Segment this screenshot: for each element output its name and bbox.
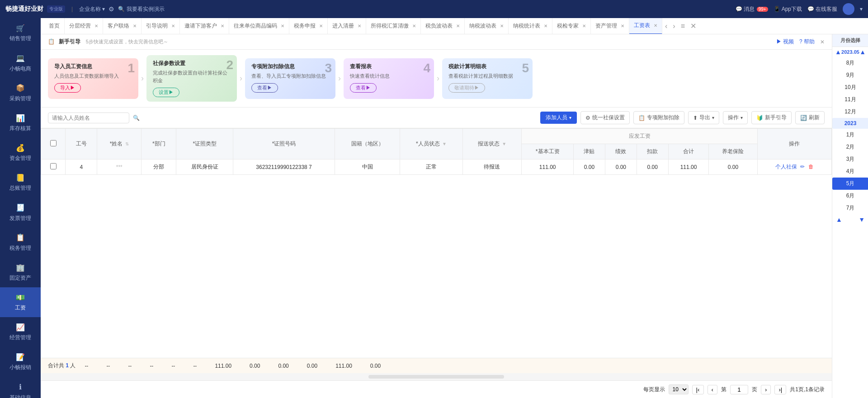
sidebar-item-invoice[interactable]: 🧾 发票管理 [0, 197, 41, 227]
month-item-7[interactable]: 7月 [832, 202, 868, 214]
tab-salary[interactable]: 工资表 ✕ [629, 18, 662, 34]
tab-product-code[interactable]: 往来单位商品编码 ✕ [229, 18, 289, 34]
month-item-10[interactable]: 10月 [832, 81, 868, 94]
sidebar-item-ledger[interactable]: 📒 总账管理 [0, 168, 41, 197]
sidebar-item-finance[interactable]: 💰 资金管理 [0, 138, 41, 168]
sidebar-item-operation[interactable]: 📈 经营管理 [0, 317, 41, 347]
tab-tax-expert[interactable]: 税检专家 ✕ [552, 18, 591, 34]
demo-text[interactable]: 🔍我要看实例演示 [118, 5, 165, 13]
step4-btn[interactable]: 查看▶ [350, 83, 377, 93]
tab-asset[interactable]: 资产管理 ✕ [591, 18, 629, 34]
step3-btn[interactable]: 查看▶ [251, 83, 278, 93]
month-panel-scroll-down[interactable]: ▼ [859, 216, 865, 223]
operations-btn[interactable]: 操作 ▾ [723, 111, 748, 124]
month-item-9[interactable]: 9月 [832, 69, 868, 81]
refresh-btn[interactable]: 🔄 刷新 [795, 111, 825, 124]
page-next-btn[interactable]: › [761, 385, 771, 394]
month-item-1[interactable]: 1月 [832, 129, 868, 141]
name-sort-icon[interactable]: ⇅ [125, 141, 129, 146]
send-sort-icon[interactable]: ▼ [502, 141, 506, 146]
tab-salary-close[interactable]: ✕ [654, 23, 657, 28]
month-item-3[interactable]: 3月 [832, 153, 868, 165]
tab-tax-report[interactable]: 税务申报 ✕ [289, 18, 328, 34]
step1-btn[interactable]: 导入▶ [54, 83, 81, 93]
tab-customer-close[interactable]: ✕ [133, 23, 137, 28]
tab-invite-close[interactable]: ✕ [221, 23, 224, 28]
page-first-btn[interactable]: |‹ [692, 385, 704, 394]
step2-btn[interactable]: 设置▶ [153, 88, 179, 97]
tab-tax-burden[interactable]: 税负波动表 ✕ [421, 18, 465, 34]
per-page-select[interactable]: 10 20 50 [669, 384, 689, 394]
tab-tax-report-close[interactable]: ✕ [319, 23, 323, 28]
sidebar-item-inventory[interactable]: 📊 库存核算 [0, 108, 41, 138]
tab-invite[interactable]: 邀请下游客户 ✕ [180, 18, 229, 34]
tab-accounting-close[interactable]: ✕ [94, 23, 98, 28]
search-button[interactable]: 🔍 [133, 115, 140, 121]
tab-tax-burden-close[interactable]: ✕ [456, 23, 460, 28]
special-deduction-btn[interactable]: 📋 专项附加扣除 [633, 111, 684, 124]
message-btn[interactable]: 💬 消息 99+ [736, 5, 768, 13]
tab-tax-fluctuation-close[interactable]: ✕ [500, 23, 504, 28]
sidebar-item-purchase[interactable]: 📦 采购管理 [0, 78, 41, 108]
row-checkbox[interactable] [50, 163, 57, 169]
tab-product-code-close[interactable]: ✕ [281, 23, 284, 28]
month-nav-down[interactable]: ▲ [859, 48, 866, 56]
search-input[interactable] [48, 112, 129, 123]
guide-close-btn[interactable]: ✕ [820, 39, 825, 45]
sidebar-item-fixed[interactable]: 🏢 固定资产 [0, 258, 41, 287]
tab-accounting[interactable]: 分层经营 ✕ [65, 18, 103, 34]
tab-tax-expert-close[interactable]: ✕ [582, 23, 586, 28]
page-prev-btn[interactable]: ‹ [708, 385, 717, 394]
page-number-input[interactable] [730, 385, 748, 394]
tab-asset-close[interactable]: ✕ [621, 23, 624, 28]
settings-icon[interactable]: ⚙ [108, 5, 114, 13]
tab-close-all[interactable]: ✕ [688, 22, 699, 30]
status-sort-icon[interactable]: ▼ [442, 141, 447, 146]
sidebar-item-sales[interactable]: 🛒 销售管理 [0, 18, 41, 48]
guide-video-btn[interactable]: ▶ 视频 [776, 38, 794, 46]
user-menu-btn[interactable]: ▾ [860, 6, 863, 12]
company-selector[interactable]: 企业名称 ▾ [79, 5, 105, 13]
page-last-btn[interactable]: ›| [774, 385, 786, 394]
tab-guide-close[interactable]: ✕ [171, 23, 175, 28]
horizontal-scrollbar[interactable] [368, 375, 504, 379]
month-item-12[interactable]: 12月 [832, 106, 868, 118]
personal-social-btn[interactable]: 个人社保 [775, 164, 797, 170]
sidebar-item-salary[interactable]: 💵 工资 [0, 287, 41, 317]
month-panel-scroll-up[interactable]: ▲ [836, 216, 842, 223]
tab-guide[interactable]: 引导说明 ✕ [142, 18, 180, 34]
tab-tax-stat[interactable]: 纳税统计表 ✕ [509, 18, 552, 34]
guide-help-btn[interactable]: ? 帮助 [799, 38, 815, 46]
add-person-button[interactable]: 添加人员 ▾ [540, 112, 577, 124]
tab-income-tax[interactable]: 所得税汇算清缴 ✕ [366, 18, 421, 34]
tab-tax-fluctuation[interactable]: 纳税波动表 ✕ [465, 18, 509, 34]
app-download-btn[interactable]: 📱 App下载 [774, 5, 802, 13]
tab-ledger-close[interactable]: ✕ [358, 23, 361, 28]
month-item-6[interactable]: 6月 [832, 190, 868, 202]
month-year-2023[interactable]: 2023 [832, 118, 868, 129]
tab-nav-more[interactable]: ≡ [678, 22, 688, 30]
tab-ledger[interactable]: 进入清册 ✕ [328, 18, 366, 34]
user-avatar[interactable] [843, 3, 854, 15]
tab-home[interactable]: 首页 [44, 18, 65, 34]
sidebar-item-ecommerce[interactable]: 💻 小畅电商 [0, 48, 41, 78]
sidebar-item-tax[interactable]: 📋 税务管理 [0, 227, 41, 257]
sidebar-item-basic[interactable]: ℹ 基础信息 [0, 377, 41, 398]
row-delete-btn[interactable]: 🗑 [808, 164, 814, 170]
month-nav-up[interactable]: ▲ [835, 48, 841, 56]
new-guide-btn[interactable]: 🔰 新手引导 [751, 111, 792, 124]
step5-btn[interactable]: 敬请期待▶ [448, 83, 485, 93]
export-btn[interactable]: ⬆ 导出 ▾ [688, 111, 719, 124]
tab-nav-left[interactable]: ‹ [662, 22, 670, 30]
tab-customer[interactable]: 客户联络 ✕ [103, 18, 142, 34]
online-service-btn[interactable]: 💬 在线客服 [807, 5, 837, 13]
select-all-checkbox[interactable] [50, 140, 57, 146]
month-item-2[interactable]: 2月 [832, 141, 868, 153]
tab-income-tax-close[interactable]: ✕ [412, 23, 416, 28]
tab-nav-right[interactable]: › [670, 22, 678, 30]
month-item-5[interactable]: 5月 [832, 178, 868, 190]
tab-tax-stat-close[interactable]: ✕ [544, 23, 547, 28]
unified-social-btn[interactable]: ⚙ 统一社保设置 [580, 111, 630, 124]
month-item-8[interactable]: 8月 [832, 57, 868, 69]
month-item-11[interactable]: 11月 [832, 94, 868, 106]
